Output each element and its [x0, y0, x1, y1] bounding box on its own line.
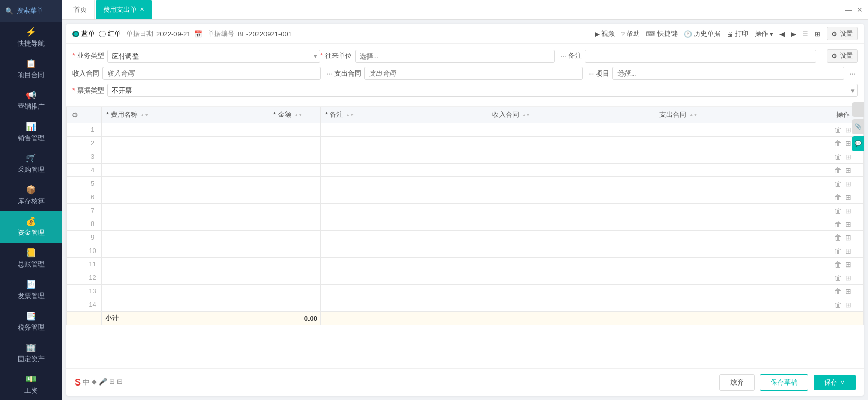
row-expense-contract[interactable] [655, 204, 822, 217]
row-expense-name[interactable] [102, 258, 269, 271]
row-copy-btn[interactable]: ⊞ [845, 180, 851, 188]
row-copy-btn[interactable]: ⊞ [845, 260, 851, 269]
tab-expense[interactable]: 费用支出单 ✕ [96, 0, 152, 19]
row-expense-name[interactable] [102, 204, 269, 217]
th-expense-name[interactable]: * 费用名称 ▲▼ [102, 107, 269, 123]
row-copy-btn[interactable]: ⊞ [845, 126, 851, 134]
grid-view-icon[interactable]: ⊞ [815, 30, 820, 38]
sort-expense-name[interactable]: ▲▼ [140, 113, 149, 117]
row-expense-contract[interactable] [655, 298, 822, 312]
row-copy-btn[interactable]: ⊞ [845, 166, 851, 174]
row-delete-btn[interactable]: 🗑 [834, 260, 842, 269]
row-expense-name[interactable] [102, 137, 269, 150]
invoice-type-select[interactable]: 不开票 [107, 84, 858, 97]
row-remark[interactable] [321, 231, 488, 244]
row-expense-contract[interactable] [655, 123, 822, 137]
row-income-contract[interactable] [488, 123, 655, 137]
save-button[interactable]: 保存 ∨ [814, 375, 856, 390]
th-remark[interactable]: * 备注 ▲▼ [321, 107, 488, 123]
row-expense-contract[interactable] [655, 231, 822, 244]
sidebar-item-marketing[interactable]: 📢营销推广 [0, 85, 62, 116]
float-list-btn[interactable]: ≡ [852, 102, 864, 117]
row-remark[interactable] [321, 244, 488, 258]
minimize-btn[interactable]: — [845, 6, 852, 14]
row-income-contract[interactable] [488, 177, 655, 190]
help-btn[interactable]: ? 帮助 [621, 29, 640, 38]
row-expense-contract[interactable] [655, 177, 822, 190]
row-amount[interactable] [269, 177, 321, 190]
row-amount[interactable] [269, 244, 321, 258]
blue-bill-radio[interactable]: 蓝单 [72, 29, 95, 38]
row-delete-btn[interactable]: 🗑 [834, 139, 842, 147]
sidebar-item-accounting[interactable]: 📒总账管理 [0, 243, 62, 274]
row-income-contract[interactable] [488, 231, 655, 244]
row-copy-btn[interactable]: ⊞ [845, 247, 851, 255]
row-expense-contract[interactable] [655, 258, 822, 271]
row-expense-name[interactable] [102, 231, 269, 244]
tab-expense-close[interactable]: ✕ [140, 6, 144, 13]
sidebar-item-inventory[interactable]: 📦库存核算 [0, 180, 62, 211]
sort-amount[interactable]: ▲▼ [294, 113, 302, 117]
row-delete-btn[interactable]: 🗑 [834, 166, 842, 174]
row-expense-name[interactable] [102, 190, 269, 204]
row-remark[interactable] [321, 271, 488, 285]
row-amount[interactable] [269, 137, 321, 150]
th-amount[interactable]: * 金额 ▲▼ [269, 107, 321, 123]
row-amount[interactable] [269, 298, 321, 312]
tab-home[interactable]: 首页 [66, 0, 95, 19]
row-copy-btn[interactable]: ⊞ [845, 274, 851, 282]
row-remark[interactable] [321, 190, 488, 204]
row-expense-name[interactable] [102, 177, 269, 190]
row-income-contract[interactable] [488, 258, 655, 271]
operation-btn[interactable]: 操作 ▾ [755, 29, 773, 38]
row-income-contract[interactable] [488, 190, 655, 204]
row-delete-btn[interactable]: 🗑 [834, 247, 842, 255]
row-remark[interactable] [321, 150, 488, 164]
row-remark[interactable] [321, 204, 488, 217]
row-remark[interactable] [321, 298, 488, 312]
sidebar-search[interactable]: 🔍 搜索菜单 [0, 0, 62, 22]
row-expense-contract[interactable] [655, 164, 822, 177]
row-income-contract[interactable] [488, 298, 655, 312]
blue-bill-input[interactable] [72, 31, 79, 37]
arrow-right-icon[interactable]: ▶ [791, 30, 796, 38]
row-amount[interactable] [269, 123, 321, 137]
row-income-contract[interactable] [488, 204, 655, 217]
sidebar-item-fixed-assets[interactable]: 🏢固定资产 [0, 337, 62, 369]
row-remark[interactable] [321, 137, 488, 150]
row-income-contract[interactable] [488, 150, 655, 164]
row-remark[interactable] [321, 177, 488, 190]
row-expense-contract[interactable] [655, 190, 822, 204]
row-delete-btn[interactable]: 🗑 [834, 301, 842, 309]
row-amount[interactable] [269, 217, 321, 231]
sort-remark[interactable]: ▲▼ [346, 113, 354, 117]
row-copy-btn[interactable]: ⊞ [845, 206, 851, 215]
sort-income-contract[interactable]: ▲▼ [522, 113, 531, 117]
sidebar-item-quick-nav[interactable]: ⚡快捷导航 [0, 22, 62, 53]
row-remark[interactable] [321, 285, 488, 298]
row-expense-name[interactable] [102, 298, 269, 312]
close-btn[interactable]: ✕ [857, 6, 863, 14]
remark-input[interactable] [585, 50, 816, 63]
row-amount[interactable] [269, 258, 321, 271]
row-delete-btn[interactable]: 🗑 [834, 153, 842, 161]
col-config-btn[interactable]: ⚙ [67, 107, 83, 123]
counterpart-input[interactable] [355, 50, 555, 63]
arrow-left-icon[interactable]: ◀ [779, 30, 785, 38]
row-delete-btn[interactable]: 🗑 [834, 233, 842, 242]
row-income-contract[interactable] [488, 271, 655, 285]
row-amount[interactable] [269, 271, 321, 285]
row-income-contract[interactable] [488, 217, 655, 231]
calendar-icon[interactable]: 📅 [194, 30, 202, 38]
row-delete-btn[interactable]: 🗑 [834, 180, 842, 188]
sidebar-item-capital-mgmt[interactable]: 💰资金管理 [0, 211, 62, 243]
discard-button[interactable]: 放弃 [719, 374, 755, 391]
sidebar-item-purchase-mgmt[interactable]: 🛒采购管理 [0, 148, 62, 180]
th-expense-contract[interactable]: 支出合同 ▲▼ [655, 107, 822, 123]
shortcut-btn[interactable]: ⌨ 快捷键 [646, 29, 678, 38]
row-amount[interactable] [269, 150, 321, 164]
project-more[interactable]: ··· [847, 69, 858, 78]
income-contract-more[interactable]: ··· [324, 69, 334, 78]
counterpart-more-btn[interactable]: ··· [558, 52, 568, 60]
video-btn[interactable]: ▶ 视频 [595, 29, 615, 38]
